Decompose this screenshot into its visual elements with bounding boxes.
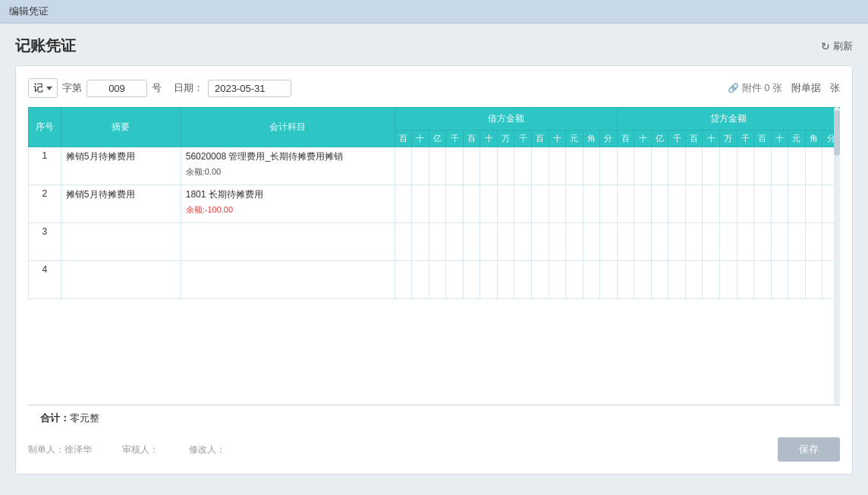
debit-amount-cell[interactable]: [583, 223, 600, 261]
debit-amount-cell[interactable]: [429, 147, 446, 185]
debit-amount-cell[interactable]: [566, 261, 583, 299]
credit-amount-cell[interactable]: [737, 147, 754, 185]
debit-amount-cell[interactable]: [531, 223, 549, 261]
credit-amount-cell[interactable]: [754, 223, 772, 261]
credit-amount-cell[interactable]: [685, 147, 703, 185]
debit-amount-cell[interactable]: [497, 147, 514, 185]
credit-amount-cell[interactable]: [617, 261, 634, 299]
debit-amount-cell[interactable]: [600, 185, 618, 223]
credit-amount-cell[interactable]: [651, 261, 668, 299]
attach-single-button[interactable]: 附单据: [791, 81, 821, 95]
credit-amount-cell[interactable]: [651, 223, 668, 261]
credit-amount-cell[interactable]: [771, 147, 788, 185]
credit-amount-cell[interactable]: [754, 147, 772, 185]
credit-amount-cell[interactable]: [703, 185, 720, 223]
debit-amount-cell[interactable]: [514, 261, 532, 299]
debit-amount-cell[interactable]: [549, 147, 566, 185]
debit-amount-cell[interactable]: [549, 261, 566, 299]
debit-amount-cell[interactable]: [395, 223, 412, 261]
save-button[interactable]: 保存: [778, 437, 840, 462]
debit-amount-cell[interactable]: [497, 261, 514, 299]
credit-amount-cell[interactable]: [651, 147, 668, 185]
credit-amount-cell[interactable]: [617, 223, 634, 261]
credit-amount-cell[interactable]: [720, 185, 737, 223]
credit-amount-cell[interactable]: [805, 261, 822, 299]
row-account[interactable]: 1801 长期待摊费用余额:-100.00: [181, 185, 395, 223]
credit-amount-cell[interactable]: [788, 185, 806, 223]
attachment-link[interactable]: 🔗 附件 0 张: [728, 81, 782, 95]
row-summary[interactable]: [61, 223, 181, 261]
debit-amount-cell[interactable]: [531, 261, 549, 299]
credit-amount-cell[interactable]: [685, 261, 703, 299]
credit-amount-cell[interactable]: [771, 223, 788, 261]
debit-amount-cell[interactable]: [412, 261, 429, 299]
credit-amount-cell[interactable]: [737, 185, 754, 223]
refresh-button[interactable]: ↻ 刷新: [821, 39, 853, 53]
credit-amount-cell[interactable]: [720, 147, 737, 185]
debit-amount-cell[interactable]: [463, 223, 480, 261]
credit-amount-cell[interactable]: [634, 147, 652, 185]
debit-amount-cell[interactable]: [412, 147, 429, 185]
debit-amount-cell[interactable]: [514, 147, 532, 185]
debit-amount-cell[interactable]: [600, 147, 618, 185]
debit-amount-cell[interactable]: [514, 185, 532, 223]
credit-amount-cell[interactable]: [634, 261, 652, 299]
debit-amount-cell[interactable]: [412, 185, 429, 223]
credit-amount-cell[interactable]: [668, 261, 686, 299]
credit-amount-cell[interactable]: [685, 223, 703, 261]
credit-amount-cell[interactable]: [668, 223, 686, 261]
debit-amount-cell[interactable]: [566, 147, 583, 185]
debit-amount-cell[interactable]: [463, 261, 480, 299]
debit-amount-cell[interactable]: [600, 223, 618, 261]
row-account[interactable]: 56020008 管理费用_长期待摊费用摊销余额:0.00: [181, 147, 395, 185]
debit-amount-cell[interactable]: [412, 223, 429, 261]
debit-amount-cell[interactable]: [395, 147, 412, 185]
scrollbar-track[interactable]: [834, 107, 840, 405]
number-input[interactable]: [86, 80, 147, 97]
debit-amount-cell[interactable]: [549, 185, 566, 223]
credit-amount-cell[interactable]: [651, 185, 668, 223]
credit-amount-cell[interactable]: [617, 185, 634, 223]
credit-amount-cell[interactable]: [720, 223, 737, 261]
debit-amount-cell[interactable]: [497, 223, 514, 261]
debit-amount-cell[interactable]: [480, 147, 498, 185]
debit-amount-cell[interactable]: [446, 147, 464, 185]
debit-amount-cell[interactable]: [463, 185, 480, 223]
debit-amount-cell[interactable]: [446, 261, 464, 299]
row-summary[interactable]: [61, 261, 181, 299]
row-summary[interactable]: 摊销5月待摊费用: [61, 185, 181, 223]
credit-amount-cell[interactable]: [703, 147, 720, 185]
debit-amount-cell[interactable]: [463, 147, 480, 185]
debit-amount-cell[interactable]: [480, 223, 498, 261]
debit-amount-cell[interactable]: [480, 261, 498, 299]
row-summary[interactable]: 摊销5月待摊费用: [61, 147, 181, 185]
debit-amount-cell[interactable]: [514, 223, 532, 261]
debit-amount-cell[interactable]: [549, 223, 566, 261]
debit-amount-cell[interactable]: [583, 185, 600, 223]
credit-amount-cell[interactable]: [617, 147, 634, 185]
debit-amount-cell[interactable]: [395, 185, 412, 223]
debit-amount-cell[interactable]: [497, 185, 514, 223]
row-account[interactable]: [181, 223, 395, 261]
row-account[interactable]: [181, 261, 395, 299]
credit-amount-cell[interactable]: [668, 147, 686, 185]
credit-amount-cell[interactable]: [805, 185, 822, 223]
credit-amount-cell[interactable]: [754, 261, 772, 299]
credit-amount-cell[interactable]: [788, 223, 806, 261]
credit-amount-cell[interactable]: [668, 185, 686, 223]
scrollbar-thumb[interactable]: [834, 110, 840, 156]
date-input[interactable]: [208, 80, 291, 97]
debit-amount-cell[interactable]: [566, 185, 583, 223]
debit-amount-cell[interactable]: [480, 185, 498, 223]
debit-amount-cell[interactable]: [583, 147, 600, 185]
credit-amount-cell[interactable]: [788, 261, 806, 299]
debit-amount-cell[interactable]: [395, 261, 412, 299]
type-select[interactable]: 记: [28, 78, 58, 98]
credit-amount-cell[interactable]: [737, 223, 754, 261]
credit-amount-cell[interactable]: [737, 261, 754, 299]
credit-amount-cell[interactable]: [703, 261, 720, 299]
debit-amount-cell[interactable]: [446, 223, 464, 261]
debit-amount-cell[interactable]: [600, 261, 618, 299]
debit-amount-cell[interactable]: [583, 261, 600, 299]
debit-amount-cell[interactable]: [566, 223, 583, 261]
